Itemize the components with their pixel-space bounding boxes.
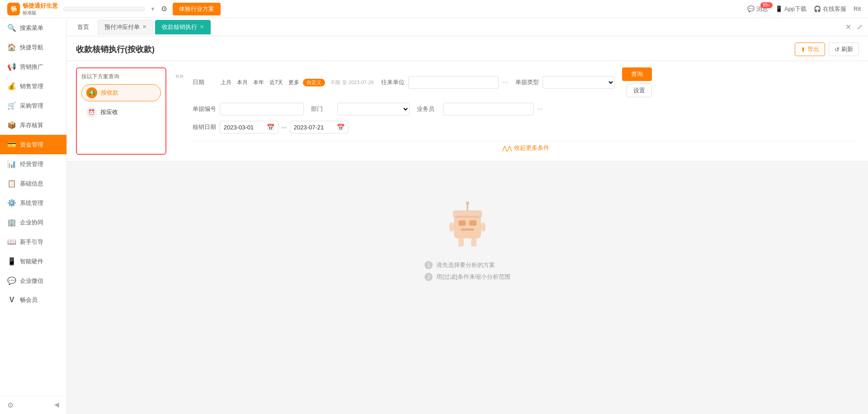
date-btn-more[interactable]: 更多 — [287, 78, 301, 87]
filter-row-3: 核销日期 2023-03-01 📅 — 2023-07-21 📅 — [193, 121, 859, 133]
page-header: 收款核销执行(按收款) ⬆ 导出 ↺ 刷新 — [67, 36, 868, 61]
sidebar-item-finance[interactable]: 💳 资金管理 — [0, 135, 66, 154]
date-btn-this-month[interactable]: 本月 — [235, 78, 250, 87]
topbar: 畅 畅捷通好生意 标准版 ▼ ⚙ 体验行业方案 💬 消息 99+ 📱 App下载… — [0, 0, 868, 18]
hint-num-2: 2 — [425, 273, 433, 281]
doc-no-input[interactable] — [220, 103, 304, 115]
sidebar-item-quick-nav[interactable]: 🏠 快捷导航 — [0, 38, 66, 57]
tab-close-receipt[interactable]: ✕ — [200, 24, 204, 30]
search-icon: 🔍 — [7, 24, 16, 32]
topbar-right: 💬 消息 99+ 📱 App下载 🎧 在线客服 Rit — [747, 5, 861, 13]
app-download-button[interactable]: 📱 App下载 — [775, 5, 807, 13]
filter-option-by-receivable[interactable]: ⏰ 按应收 — [81, 104, 161, 120]
system-icon: ⚙️ — [7, 199, 16, 207]
staff-label: 业务员 — [417, 105, 439, 113]
calendar-end-icon[interactable]: 📅 — [337, 124, 344, 131]
sidebar-item-guide[interactable]: 📖 新手引导 — [0, 232, 66, 252]
doc-no-label: 单据编号 — [193, 105, 216, 113]
empty-hint-1: 1 请先选择要分析的方案 — [425, 261, 510, 269]
sidebar-item-inventory[interactable]: 📦 库存核算 — [0, 115, 66, 135]
refresh-button[interactable]: ↺ 刷新 — [829, 43, 859, 56]
date-btn-this-year[interactable]: 本年 — [251, 78, 266, 87]
empty-hints: 1 请先选择要分析的方案 2 用[过滤]条件来缩小分析范围 — [425, 261, 510, 281]
counterparty-input[interactable] — [408, 76, 499, 89]
doc-type-select[interactable] — [542, 76, 615, 89]
dropdown-chevron[interactable]: ▼ — [150, 6, 156, 12]
svg-rect-4 — [449, 223, 454, 232]
filter-fields: 日期 上月 本月 本年 近7天 更多 自定义 不限 — [193, 67, 859, 155]
sidebar-settings-icon[interactable]: ⚙ — [7, 401, 14, 409]
sidebar-item-wechat[interactable]: 💬 企业微信 — [0, 271, 66, 290]
calendar-start-icon[interactable]: 📅 — [267, 124, 274, 131]
headphone-icon: 🎧 — [814, 5, 821, 12]
sidebar-item-purchase[interactable]: 🛒 采购管理 — [0, 96, 66, 115]
doc-type-label: 单据类型 — [515, 78, 539, 86]
svg-rect-8 — [453, 210, 482, 218]
app-icon: 📱 — [775, 5, 783, 12]
writeoff-end-date[interactable]: 2023-07-21 📅 — [290, 121, 349, 133]
main-layout: 🔍 搜索菜单 🏠 快捷导航 📢 营销推广 💰 销售管理 🛒 采购管理 📦 库存核… — [0, 18, 868, 414]
search-bar[interactable] — [63, 7, 145, 11]
date-btn-last-month[interactable]: 上月 — [219, 78, 233, 87]
sidebar-item-marketing[interactable]: 📢 营销推广 — [0, 57, 66, 76]
user-menu[interactable]: Rit — [854, 5, 861, 12]
sidebar-item-enterprise[interactable]: 🏢 企业协同 — [0, 213, 66, 232]
operations-icon: 📊 — [7, 160, 16, 168]
empty-svg-icon — [440, 198, 495, 252]
dept-select[interactable] — [337, 103, 410, 115]
online-service-button[interactable]: 🎧 在线客服 — [814, 5, 846, 13]
date-custom-tag[interactable]: 自定义 — [303, 79, 325, 86]
export-icon: ⬆ — [801, 46, 806, 53]
svg-rect-5 — [481, 223, 486, 232]
tab-bar-actions: ✕ ⤢ — [844, 21, 864, 33]
sidebar-item-member[interactable]: V 畅会员 — [0, 290, 66, 309]
svg-rect-6 — [458, 238, 464, 247]
staff-more-icon[interactable]: ··· — [537, 105, 543, 113]
sidebar-item-search[interactable]: 🔍 搜索菜单 — [0, 18, 66, 38]
solution-button[interactable]: 体验行业方案 — [173, 3, 221, 15]
tab-receipt-offset[interactable]: 收款核销执行 ✕ — [155, 20, 211, 34]
export-button[interactable]: ⬆ 导出 — [795, 43, 825, 56]
sidebar-item-system[interactable]: ⚙️ 系统管理 — [0, 193, 66, 213]
page-content: 收款核销执行(按收款) ⬆ 导出 ↺ 刷新 按以下方案查询 — [67, 36, 868, 414]
tab-prepay-offset[interactable]: 预付冲应付单 ✕ — [98, 20, 153, 34]
date-to-label: 至 — [342, 80, 349, 85]
collapse-up-icon: ⋀⋀ — [502, 145, 512, 152]
date-btn-7days[interactable]: 近7天 — [268, 78, 285, 87]
tab-close-prepay[interactable]: ✕ — [142, 24, 146, 30]
writeoff-start-date[interactable]: 2023-03-01 📅 — [220, 121, 278, 133]
sidebar-collapse-icon[interactable]: ◀ — [54, 401, 59, 409]
sidebar-item-hardware[interactable]: 📱 智能硬件 — [0, 252, 66, 271]
refresh-icon: ↺ — [835, 46, 840, 53]
content-area: 首页 预付冲应付单 ✕ 收款核销执行 ✕ ✕ ⤢ 收款核销执行(按收款) — [67, 18, 868, 414]
receipt-icon: 💵 — [86, 87, 97, 98]
staff-input[interactable] — [443, 103, 533, 115]
writeoff-date-group: 核销日期 2023-03-01 📅 — 2023-07-21 📅 — [193, 121, 349, 133]
gear-icon[interactable]: ⚙ — [161, 5, 167, 13]
member-icon: V — [7, 296, 16, 304]
sales-icon: 💰 — [7, 82, 16, 90]
svg-point-10 — [466, 201, 469, 205]
sidebar-item-basic-info[interactable]: 📋 基础信息 — [0, 174, 66, 193]
setting-button[interactable]: 设置 — [627, 84, 652, 97]
sidebar: 🔍 搜索菜单 🏠 快捷导航 📢 营销推广 💰 销售管理 🛒 采购管理 📦 库存核… — [0, 18, 67, 414]
collapse-more-btn[interactable]: ⋀⋀ 收起更多条件 — [193, 141, 859, 155]
filter-row-1: 日期 上月 本月 本年 近7天 更多 自定义 不限 — [193, 67, 859, 97]
wechat-icon: 💬 — [7, 276, 16, 285]
empty-state: 1 请先选择要分析的方案 2 用[过滤]条件来缩小分析范围 — [67, 162, 868, 317]
message-button[interactable]: 💬 消息 99+ — [747, 5, 768, 13]
expand-tab-button[interactable]: ⤢ — [855, 21, 864, 33]
filter-collapse-icon[interactable]: «» — [174, 71, 185, 81]
sidebar-item-sales[interactable]: 💰 销售管理 — [0, 76, 66, 96]
counterparty-more-icon[interactable]: ··· — [502, 78, 508, 86]
close-tab-button[interactable]: ✕ — [844, 21, 853, 33]
marketing-icon: 📢 — [7, 62, 16, 71]
purchase-icon: 🛒 — [7, 101, 16, 110]
sidebar-item-operations[interactable]: 📊 经营管理 — [0, 154, 66, 174]
tab-home[interactable]: 首页 — [71, 20, 96, 34]
doc-no-filter-group: 单据编号 — [193, 103, 304, 115]
hardware-icon: 📱 — [7, 257, 16, 266]
query-button[interactable]: 查询 — [622, 67, 652, 81]
date-filter-group: 日期 上月 本月 本年 近7天 更多 自定义 不限 — [193, 78, 374, 87]
filter-option-by-receipt[interactable]: 💵 按收款 — [81, 84, 161, 101]
